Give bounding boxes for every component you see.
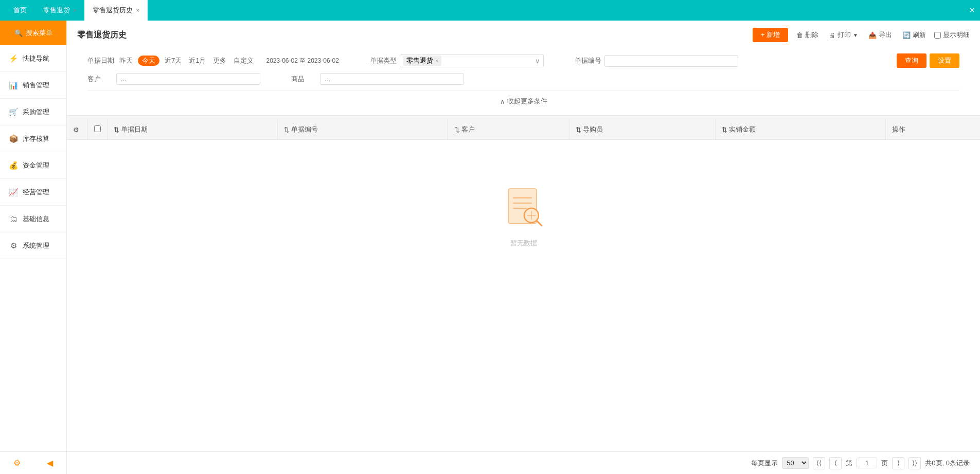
sidebar-item-system[interactable]: ⚙ 系统管理: [0, 232, 66, 259]
quick-nav-icon: ⚡: [8, 53, 19, 64]
settings-btn[interactable]: 设置: [930, 53, 959, 68]
th-gear[interactable]: ⚙: [67, 120, 87, 140]
doc-no-filter: 单据编号: [575, 55, 738, 67]
doc-type-filter: 单据类型 零售退货 × ∨: [370, 54, 544, 67]
tab-retail-return-history-close[interactable]: ×: [136, 7, 139, 13]
query-button[interactable]: 查询: [897, 53, 926, 68]
date-opt-custom[interactable]: 自定义: [231, 56, 256, 66]
goods-input[interactable]: [320, 73, 464, 85]
show-detail-checkbox-label[interactable]: 显示明细: [934, 30, 970, 40]
sidebar-item-basic-info[interactable]: 🗂 基础信息: [0, 206, 66, 232]
sidebar-search[interactable]: 🔍 搜索菜单: [0, 21, 66, 45]
main-layout: 🔍 搜索菜单 ⚡ 快捷导航 📊 销售管理 🛒 采购管理 📦 库存核算 💰: [0, 21, 980, 474]
refresh-button[interactable]: 🔄 刷新: [900, 29, 928, 41]
delete-button[interactable]: 🗑 删除: [794, 29, 821, 41]
sidebar-item-label: 资金管理: [23, 161, 49, 170]
th-customer[interactable]: ⇅ 客户: [448, 120, 569, 140]
doc-no-input[interactable]: [604, 55, 738, 67]
inventory-icon: 📦: [8, 134, 19, 144]
finance-icon: 💰: [8, 160, 19, 171]
sidebar-item-label: 基础信息: [23, 214, 49, 224]
delete-icon: 🗑: [796, 31, 803, 39]
date-opt-1month[interactable]: 近1月: [187, 56, 208, 66]
tab-retail-return-close[interactable]: ×: [73, 7, 76, 13]
filter-row-1: 单据日期 昨天 今天 近7天 近1月 更多 自定义 2023-06-02 至 2…: [87, 53, 959, 68]
page-size-select[interactable]: 50 100 200: [782, 457, 809, 469]
export-icon: 📤: [868, 31, 877, 39]
doc-type-chevron-icon: ∨: [535, 57, 540, 65]
goods-label: 商品: [291, 75, 317, 84]
sidebar-item-operations[interactable]: 📈 经营管理: [0, 179, 66, 206]
sidebar-item-label: 系统管理: [23, 241, 49, 250]
date-opt-yesterday[interactable]: 昨天: [117, 56, 135, 66]
th-doc-no-sort-icon: ⇅: [284, 126, 290, 134]
th-actual-amount[interactable]: ⇅ 实销金额: [715, 120, 885, 140]
sidebar-search-label: 搜索菜单: [26, 28, 52, 38]
doc-type-input[interactable]: 零售退货 × ∨: [400, 54, 544, 67]
page-unit: 页: [881, 459, 888, 468]
th-checkbox[interactable]: [87, 120, 107, 140]
sidebar-item-purchase[interactable]: 🛒 采购管理: [0, 99, 66, 125]
date-filter: 单据日期 昨天 今天 近7天 近1月 更多 自定义: [87, 56, 256, 66]
print-button[interactable]: 🖨 打印 ▼: [827, 29, 860, 41]
page-title: 零售退货历史: [77, 30, 127, 41]
customer-input[interactable]: [116, 73, 260, 85]
top-bar: 首页 零售退货 × 零售退货历史 × ×: [0, 0, 980, 21]
th-operation: 操作: [885, 120, 980, 140]
doc-type-tag-close[interactable]: ×: [435, 58, 438, 64]
sidebar-item-quick-nav[interactable]: ⚡ 快捷导航: [0, 45, 66, 72]
print-icon: 🖨: [829, 31, 835, 39]
settings-button[interactable]: ⚙: [13, 458, 21, 468]
collapse-button[interactable]: ∧ 收起更多条件: [492, 95, 556, 108]
th-actual-amount-sort-icon: ⇅: [722, 126, 727, 134]
purchase-icon: 🛒: [8, 107, 19, 117]
date-opt-today[interactable]: 今天: [138, 56, 159, 66]
pagination: 每页显示 50 100 200 ⟨⟨ ⟨ 第 页 ⟩ ⟩⟩ 共0页, 0条记录: [67, 451, 980, 474]
tab-retail-return[interactable]: 零售退货 ×: [35, 0, 84, 21]
sidebar-bottom: ⚙ ◀: [0, 451, 66, 474]
sidebar-item-label: 快捷导航: [23, 54, 49, 63]
basic-info-icon: 🗂: [8, 214, 19, 224]
page-input[interactable]: [857, 458, 877, 468]
sidebar-item-finance[interactable]: 💰 资金管理: [0, 152, 66, 179]
page-header: 零售退货历史 + 新增 🗑 删除 🖨 打印 ▼ 📤 导出: [67, 21, 980, 116]
filter-row-2: 客户 商品: [87, 73, 959, 85]
customer-filter: 客户: [87, 73, 260, 85]
goods-filter: 商品: [291, 73, 464, 85]
gear-icon[interactable]: ⚙: [73, 126, 79, 134]
refresh-icon: 🔄: [902, 31, 911, 39]
th-guide[interactable]: ⇅ 导购员: [569, 120, 716, 140]
th-customer-sort-icon: ⇅: [454, 126, 460, 134]
select-all-checkbox[interactable]: [94, 125, 101, 132]
prev-page-button[interactable]: ⟨: [829, 457, 842, 469]
date-opt-more[interactable]: 更多: [211, 56, 228, 66]
print-chevron-icon: ▼: [853, 32, 858, 38]
doc-type-label: 单据类型: [370, 56, 397, 65]
date-range-text: 2023-06-02 至 2023-06-02: [266, 57, 338, 65]
show-detail-checkbox[interactable]: [934, 32, 941, 39]
tab-retail-return-history[interactable]: 零售退货历史 ×: [84, 0, 147, 21]
collapse-sidebar-button[interactable]: ◀: [47, 458, 53, 468]
export-button[interactable]: 📤 导出: [866, 29, 894, 41]
date-filter-label: 单据日期: [87, 56, 114, 65]
date-options: 昨天 今天 近7天 近1月 更多 自定义: [117, 56, 256, 66]
next-page-button[interactable]: ⟩: [892, 457, 904, 469]
doc-no-label: 单据编号: [575, 56, 601, 65]
new-button[interactable]: + 新增: [753, 28, 788, 42]
th-doc-date[interactable]: ⇅ 单据日期: [107, 120, 277, 140]
collapse-icon: ∧: [500, 98, 505, 105]
date-opt-7days[interactable]: 近7天: [163, 56, 184, 66]
sidebar-item-label: 销售管理: [23, 81, 49, 90]
th-doc-no[interactable]: ⇅ 单据编号: [277, 120, 448, 140]
table-wrapper: ⚙ ⇅ 单据日期 ⇅: [67, 120, 980, 451]
sidebar-item-sales[interactable]: 📊 销售管理: [0, 72, 66, 99]
tab-home[interactable]: 首页: [5, 0, 35, 21]
last-page-button[interactable]: ⟩⟩: [908, 457, 921, 469]
data-table: ⚙ ⇅ 单据日期 ⇅: [67, 120, 980, 289]
empty-state: 暂无数据: [67, 140, 980, 289]
sidebar: 🔍 搜索菜单 ⚡ 快捷导航 📊 销售管理 🛒 采购管理 📦 库存核算 💰: [0, 21, 67, 474]
first-page-button[interactable]: ⟨⟨: [813, 457, 825, 469]
sidebar-item-inventory[interactable]: 📦 库存核算: [0, 125, 66, 152]
app-close-button[interactable]: ×: [969, 5, 975, 16]
sidebar-item-label: 经营管理: [23, 188, 49, 197]
